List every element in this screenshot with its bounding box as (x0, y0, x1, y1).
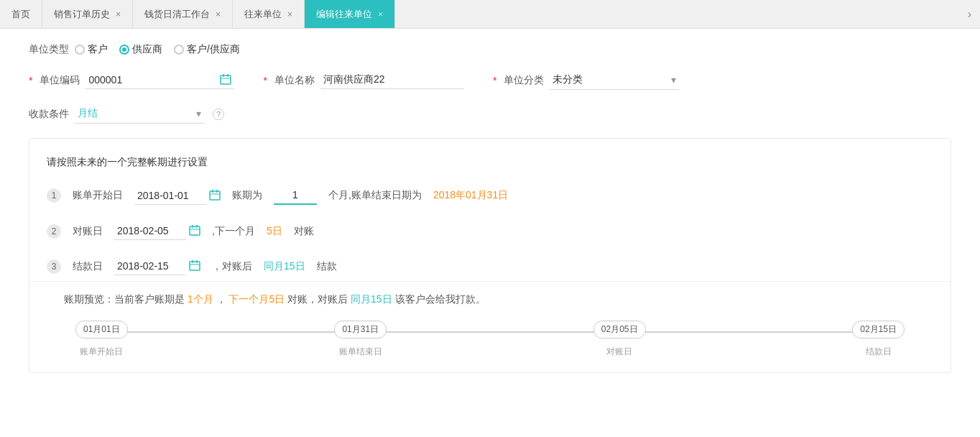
radio-customer[interactable]: 客户 (75, 43, 108, 56)
timeline-label-1: 账单开始日 (80, 346, 123, 358)
tab-home[interactable]: 首页 (0, 0, 42, 28)
payment-terms-row: 收款条件 月结 ▾ ? (29, 104, 951, 124)
timeline-item-1: 01月01日 账单开始日 (75, 321, 128, 358)
preview-sep2: 对账，对账后 (287, 293, 348, 305)
unit-code-input[interactable] (85, 71, 217, 88)
preview-section: 账期预览：当前客户账期是 1个月 ， 下一个月5日 对账，对账后 同月15日 该… (47, 281, 933, 358)
svg-rect-8 (190, 226, 200, 235)
timeline-item-2: 01月31日 账单结束日 (334, 321, 387, 358)
preview-sep1: ， (216, 293, 226, 305)
unit-name-label: 单位名称 (274, 74, 315, 87)
period-row-1: 1 账单开始日 账期为 个月,账单结束日期为 2018年01月31日 (47, 186, 933, 205)
period-start-calendar-icon[interactable] (209, 189, 221, 203)
radio-supplier-circle (119, 45, 129, 55)
timeline-label-2: 账单结束日 (339, 346, 382, 358)
period-title: 请按照未来的一个完整帐期进行设置 (47, 156, 933, 169)
timeline-badge-4: 02月15日 (852, 321, 905, 339)
unit-code-input-wrapper (85, 71, 234, 89)
radio-both-label: 客户/供应商 (187, 43, 240, 56)
tab-home-label: 首页 (11, 8, 30, 21)
unit-category-arrow: ▾ (668, 74, 679, 86)
period-desc-1-prefix: 账期为 (232, 189, 262, 202)
period-reconcile-date-field[interactable] (114, 222, 186, 240)
unit-category-star: * (493, 75, 496, 86)
radio-supplier-label: 供应商 (132, 43, 162, 56)
unit-type-group: 单位类型 客户 供应商 客户/供应商 (29, 43, 240, 56)
tab-bar: 首页 销售订单历史 × 钱货日清工作台 × 往来单位 × 编辑往来单位 × › (0, 0, 980, 29)
period-desc-2-prefix: ,下一个月 (212, 225, 255, 238)
tab-cash-daily[interactable]: 钱货日清工作台 × (133, 0, 233, 28)
tab-partners[interactable]: 往来单位 × (233, 0, 305, 28)
period-months-input[interactable] (274, 186, 317, 205)
payment-terms-help[interactable]: ? (213, 109, 224, 120)
unit-code-star: * (29, 75, 32, 86)
period-num-1: 1 (47, 188, 61, 203)
payment-terms-label: 收款条件 (29, 108, 69, 121)
unit-type-radio-group: 客户 供应商 客户/供应商 (75, 43, 240, 56)
period-row-3: 3 结款日 ，对账后 同月15日 结款 (47, 257, 933, 275)
tab-sales-history-close[interactable]: × (116, 9, 121, 19)
unit-category-value: 未分类 (550, 70, 668, 89)
period-payment-highlight: 同月15日 (264, 260, 305, 273)
unit-code-label: 单位编码 (40, 74, 80, 87)
preview-part3: 同月15日 (351, 293, 392, 305)
tab-edit-partner-close[interactable]: × (378, 9, 383, 19)
period-reconcile-calendar-icon[interactable] (189, 224, 200, 238)
svg-rect-0 (221, 75, 231, 84)
unit-category-group: * 单位分类 未分类 ▾ (493, 70, 679, 90)
period-label-reconcile: 对账日 (73, 225, 103, 238)
unit-category-select[interactable]: 未分类 ▾ (550, 70, 679, 90)
radio-both-circle (174, 45, 184, 55)
unit-name-input[interactable] (320, 71, 464, 89)
timeline-badge-2: 01月31日 (334, 321, 387, 339)
preview-part2: 下一个月5日 (228, 293, 285, 305)
period-start-date-field[interactable] (134, 187, 206, 205)
period-reconcile-highlight: 5日 (267, 225, 282, 238)
tab-edit-partner-label: 编辑往来单位 (316, 8, 372, 21)
unit-code-group: * 单位编码 (29, 71, 234, 89)
timeline-label-3: 对账日 (606, 346, 632, 358)
period-desc-2-suffix: 对账 (294, 225, 314, 238)
main-content: 单位类型 客户 供应商 客户/供应商 * 单位编码 (0, 29, 980, 437)
timeline-items: 01月01日 账单开始日 01月31日 账单结束日 02月05日 对账日 02月… (75, 321, 905, 358)
payment-terms-select[interactable]: 月结 ▾ (75, 104, 204, 124)
tab-sales-history-label: 销售订单历史 (54, 8, 110, 21)
unit-name-group: * 单位名称 (263, 71, 463, 89)
tab-sales-history[interactable]: 销售订单历史 × (42, 0, 133, 28)
unit-type-label: 单位类型 (29, 43, 69, 56)
unit-code-calendar-icon[interactable] (217, 73, 234, 87)
period-end-date-highlight: 2018年01月31日 (433, 189, 508, 202)
timeline-label-4: 结款日 (866, 346, 892, 358)
tab-more-button[interactable]: › (959, 8, 980, 21)
preview-part1: 1个月 (188, 293, 213, 305)
period-box: 请按照未来的一个完整帐期进行设置 1 账单开始日 账期为 个月,账单结束日期为 … (29, 138, 951, 373)
period-payment-date-field[interactable] (114, 257, 186, 275)
preview-label: 账期预览：当前客户账期是 (64, 293, 185, 305)
radio-customer-circle (75, 45, 85, 55)
period-payment-date-input (114, 257, 200, 275)
period-label-payment: 结款日 (73, 260, 103, 273)
unit-type-row: 单位类型 客户 供应商 客户/供应商 (29, 43, 951, 56)
radio-both[interactable]: 客户/供应商 (174, 43, 240, 56)
period-num-2: 2 (47, 224, 61, 239)
unit-name-star: * (263, 75, 267, 86)
timeline-badge-1: 01月01日 (75, 321, 128, 339)
period-num-3: 3 (47, 259, 61, 274)
radio-supplier[interactable]: 供应商 (119, 43, 162, 56)
svg-rect-12 (190, 262, 200, 270)
period-label-start: 账单开始日 (73, 189, 123, 202)
preview-text: 账期预览：当前客户账期是 1个月 ， 下一个月5日 对账，对账后 同月15日 该… (47, 293, 933, 306)
timeline-container: 01月01日 账单开始日 01月31日 账单结束日 02月05日 对账日 02月… (47, 321, 933, 358)
timeline-badge-3: 02月05日 (593, 321, 646, 339)
radio-customer-label: 客户 (88, 43, 108, 56)
period-payment-calendar-icon[interactable] (189, 259, 200, 273)
tab-edit-partner[interactable]: 编辑往来单位 × (305, 0, 395, 28)
tab-partners-close[interactable]: × (287, 9, 292, 19)
payment-terms-group: 收款条件 月结 ▾ ? (29, 104, 224, 124)
preview-suffix: 该客户会给我打款。 (395, 293, 486, 305)
period-desc-3-prefix: ，对账后 (212, 260, 252, 273)
period-row-2: 2 对账日 ,下一个月5日 对账 (47, 222, 933, 240)
payment-terms-arrow: ▾ (193, 108, 204, 119)
tab-partners-label: 往来单位 (244, 8, 282, 21)
tab-cash-daily-close[interactable]: × (216, 9, 221, 19)
